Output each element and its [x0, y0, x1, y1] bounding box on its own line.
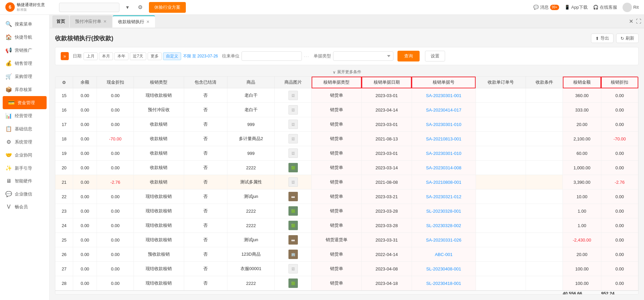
row-receipt-cond — [526, 262, 563, 276]
date-btn-this-year[interactable]: 本年 — [114, 52, 128, 60]
table-row: 21 0.00 -2.76 收款核销 否 测试多属性 🖼 销货单 2021-08… — [55, 175, 638, 189]
sidebar-item-vip[interactable]: V 畅会员 — [0, 201, 49, 213]
row-verify-doc-no[interactable]: SL-20230408-001 — [412, 262, 476, 276]
tab-home[interactable]: 首页 — [52, 15, 69, 28]
row-verify-doc-no[interactable]: SL-20230328-002 — [412, 218, 476, 233]
row-balance: 0.00 — [73, 88, 97, 103]
marketing-icon: 📢 — [5, 47, 12, 53]
query-button[interactable]: 查询 — [397, 51, 420, 61]
row-verify-amount: 333.00 — [563, 103, 601, 117]
row-verify-amount: 60.00 — [563, 146, 601, 161]
row-cash-discount: -2.76 — [97, 175, 134, 189]
verify-doc-link[interactable]: SA-20230331-026 — [426, 238, 462, 243]
tab-close-all-btn[interactable]: ✕ — [629, 18, 633, 25]
verify-doc-link[interactable]: SL-20230328-002 — [426, 223, 461, 228]
col-cash-discount: 现金折扣 — [97, 77, 134, 88]
date-btn-last-month[interactable]: 上月 — [84, 52, 98, 60]
row-goods: 测试jun — [227, 189, 275, 204]
online-service-button[interactable]: 🎧 在线客服 — [593, 4, 617, 10]
row-verify-type: 预付冲应收 — [134, 103, 184, 117]
row-verify-doc-no[interactable]: SA-20210813-001 — [412, 132, 476, 146]
app-download-button[interactable]: 📱 App下载 — [565, 4, 588, 10]
col-settings[interactable]: ⚙ — [55, 77, 73, 88]
tab-expand-btn[interactable]: ⛶ — [636, 18, 641, 25]
verify-doc-link[interactable]: SL-20230418-001 — [426, 281, 461, 286]
date-btn-7days[interactable]: 近7天 — [130, 52, 146, 60]
from-unit-input[interactable] — [241, 51, 302, 61]
table-row: 25 0.00 0.00 现结收款核销 否 测试jun 🏘 销货退货单 2023… — [55, 233, 638, 247]
verify-doc-link[interactable]: SL-20230408-001 — [426, 266, 461, 271]
row-verify-doc-type: 销货单 — [312, 204, 362, 218]
sidebar-item-biz[interactable]: 📊 经营管理 — [0, 109, 49, 122]
row-verify-doc-type: 销货单 — [312, 117, 362, 132]
row-cash-discount: 0.00 — [97, 161, 134, 175]
messages-button[interactable]: 💬 消息 99+ — [533, 4, 559, 10]
settings-button[interactable]: 设置 — [425, 51, 445, 61]
row-verify-doc-no[interactable]: SA-20230314-008 — [412, 161, 476, 175]
settings-icon[interactable]: ⚙ — [136, 3, 145, 12]
tab-collection-exec[interactable]: 收款核销执行 ✕ — [113, 15, 155, 28]
refresh-button[interactable]: ↻ 刷新 — [616, 34, 639, 43]
table-row: 24 0.00 0.00 现结收款核销 否 2222 🟩 销货单 2023-03… — [55, 218, 638, 233]
verify-doc-link[interactable]: SA-20210813-001 — [426, 136, 462, 141]
sidebar-item-corp-wechat[interactable]: 💬 企业微信 — [0, 187, 49, 201]
verify-doc-link[interactable]: SA-20230301-001 — [426, 93, 462, 98]
date-btn-this-month[interactable]: 本月 — [99, 52, 113, 60]
sidebar-item-basic-info[interactable]: 📋 基础信息 — [0, 122, 49, 135]
tab-prepay[interactable]: 预付冲应付单 ✕ — [70, 15, 112, 28]
goods-image: 🏘 — [288, 192, 298, 201]
verify-doc-link[interactable]: SA-20230301-010 — [426, 122, 462, 127]
row-verify-doc-no[interactable]: SA-20230414-017 — [412, 103, 476, 117]
date-btn-custom[interactable]: 自定义 — [163, 52, 181, 60]
sidebar-item-smart-hw[interactable]: 🖥 智能硬件 — [0, 175, 49, 187]
dropdown-btn[interactable]: ▾ — [123, 3, 131, 12]
row-verify-doc-no[interactable]: SL-20230328-001 — [412, 204, 476, 218]
sidebar-item-sales[interactable]: 💰 销售管理 — [0, 57, 49, 70]
sidebar-item-quick-nav[interactable]: 🏠 快捷导航 — [0, 31, 49, 44]
date-btn-more[interactable]: 更多 — [148, 52, 162, 60]
sidebar-item-capital[interactable]: 💳 资金管理 — [3, 96, 47, 109]
sidebar-item-new-guide[interactable]: ✨ 新手引导 — [0, 162, 49, 175]
row-verify-doc-no[interactable]: ABC-001 — [412, 247, 476, 262]
filter-toggle-btn[interactable]: » — [61, 52, 69, 60]
verify-doc-link[interactable]: SL-20230328-001 — [426, 209, 461, 214]
top-search-input[interactable] — [59, 3, 119, 12]
sidebar-item-marketing[interactable]: 📢 营销推广 — [0, 44, 49, 57]
tab-close-collection[interactable]: ✕ — [146, 19, 150, 24]
sidebar-item-system[interactable]: ⚙ 系统管理 — [0, 135, 49, 148]
sidebar-item-search-menu[interactable]: 🔍 搜索菜单 — [0, 17, 49, 31]
row-id: 26 — [55, 247, 73, 262]
row-goods-img: 🟩 — [275, 218, 312, 233]
row-verify-doc-no[interactable]: SL-20230418-001 — [412, 276, 476, 291]
industry-button[interactable]: 休验行业方案 — [149, 2, 186, 13]
row-verify-doc-no[interactable]: SA-20230331-026 — [412, 233, 476, 247]
receipt-type-select[interactable] — [333, 51, 393, 61]
goods-image: 🖼 — [288, 105, 298, 115]
row-verify-doc-no[interactable]: SA-20210808-001 — [412, 175, 476, 189]
row-verify-amount: 20.00 — [563, 247, 601, 262]
from-unit-group: 往来单位 ··· — [222, 51, 310, 61]
user-area[interactable]: Rit — [623, 3, 639, 12]
row-verify-doc-no[interactable]: SA-20230301-010 — [412, 117, 476, 132]
export-button[interactable]: ⬆ 导出 — [591, 34, 613, 43]
row-verify-type: 预收款核销 — [134, 247, 184, 262]
verify-doc-link[interactable]: ABC-001 — [435, 252, 452, 257]
verify-doc-link[interactable]: SA-20230321-012 — [426, 194, 462, 199]
expand-conditions-btn[interactable]: ∨ 展开更多条件 — [333, 69, 361, 75]
row-verify-doc-no[interactable]: SA-20230301-010 — [412, 146, 476, 161]
sidebar-item-inventory[interactable]: 📦 库存核算 — [0, 83, 49, 96]
verify-doc-link[interactable]: SA-20230314-008 — [426, 165, 462, 170]
row-cash-discount: 0.00 — [97, 146, 134, 161]
row-id: 25 — [55, 233, 73, 247]
tab-close-prepay[interactable]: ✕ — [103, 19, 107, 24]
sidebar-item-corp-collab[interactable]: 🤝 企业协同 — [0, 148, 49, 162]
row-verify-discount: -2.76 — [601, 175, 638, 189]
sidebar-item-purchase[interactable]: 🛒 采购管理 — [0, 70, 49, 83]
row-verify-doc-no[interactable]: SA-20230321-012 — [412, 189, 476, 204]
verify-doc-link[interactable]: SA-20210808-001 — [426, 180, 462, 185]
row-verify-discount: 0.00 — [601, 233, 638, 247]
verify-doc-link[interactable]: SA-20230301-010 — [426, 151, 462, 156]
verify-doc-link[interactable]: SA-20230414-017 — [426, 108, 462, 113]
row-verify-doc-no[interactable]: SA-20230301-001 — [412, 88, 476, 103]
row-receipt-cond — [526, 218, 563, 233]
